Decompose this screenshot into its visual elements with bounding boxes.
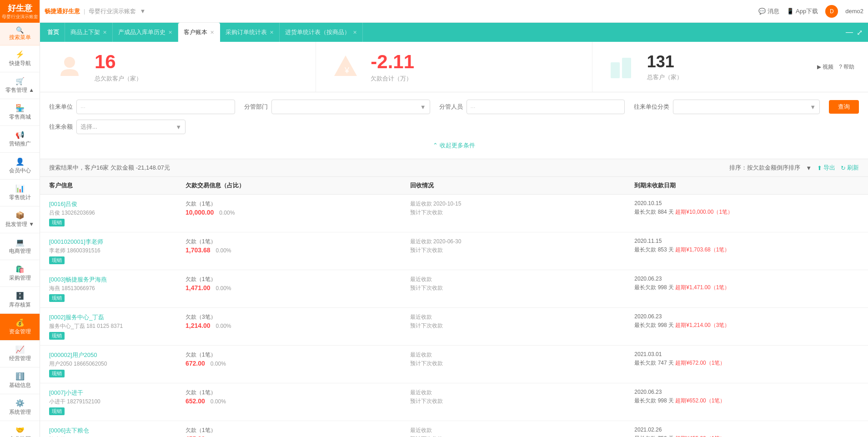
due-date: 2021.03.01 (634, 351, 859, 357)
tab-customer[interactable]: 客户账本 ✕ (178, 23, 220, 42)
sidebar-item-purchase[interactable]: 🛍️ 采购管理 (0, 260, 40, 287)
balance-select[interactable]: 选择... ▼ (76, 120, 186, 134)
overdue-link[interactable]: 超期¥1,471.00（1笔） (675, 284, 730, 291)
customer-name-link[interactable]: [0002]服务中心_丁磊 (49, 313, 186, 321)
enterprise-icon: 🤝 (0, 426, 40, 434)
customer-name-link[interactable]: [0016]吕俊 (49, 200, 186, 208)
table-row: [0001020001]李老师 李老师 18600391516 现销 欠款（1笔… (40, 232, 868, 270)
tab-stock-close[interactable]: ✕ (353, 30, 357, 35)
sidebar-item-retail-manage[interactable]: 🛒 零售管理 ▲ (0, 72, 40, 99)
avatar[interactable]: D (825, 5, 838, 18)
chevron-down-icon2: ▼ (810, 104, 816, 111)
chevron-down-icon: ▼ (420, 104, 426, 111)
overdue-info: 最长欠款 998 天 超期¥1,214.00（3笔） (634, 321, 859, 329)
tab-production-close[interactable]: ✕ (168, 30, 172, 35)
customer-name-link[interactable]: [0006]去下粮仓 (49, 427, 186, 435)
sidebar-item-quick-nav[interactable]: ⚡ 快捷导航 (0, 45, 40, 72)
overdue-days: 最长欠款 998 天 (634, 397, 675, 404)
overdue-days: 最长欠款 884 天 (634, 209, 675, 215)
sidebar-item-retail-stats[interactable]: 📊 零售统计 (0, 180, 40, 206)
batch-manage-icon: 📦 (0, 211, 40, 220)
sidebar-item-ecommerce[interactable]: 💻 电商管理 (0, 233, 40, 260)
search-button[interactable]: 查询 (829, 100, 859, 114)
view-video-btn[interactable]: ▶ 视频 (817, 63, 833, 71)
category-select[interactable]: ▼ (673, 100, 820, 114)
sidebar-item-enterprise[interactable]: 🤝 企业协同 (0, 421, 40, 437)
stats-row: 16 总欠款客户（家） ¥ -2.11 欠款合计（万） (40, 42, 868, 92)
tab-goods-close[interactable]: ✕ (103, 30, 107, 35)
sidebar-item-system[interactable]: ⚙️ 系统管理 (0, 394, 40, 421)
tab-purchase[interactable]: 采购订单统计表 ✕ (220, 23, 280, 42)
customer-unit-input[interactable]: ··· (76, 100, 235, 114)
sort-chevron-icon[interactable]: ▼ (806, 165, 812, 171)
debt-amount: 10,000.00 (186, 209, 214, 216)
debt-percent: 0.00% (211, 361, 226, 367)
debt-percent: 0.00% (216, 285, 231, 291)
debt-info: 欠款（1笔） 672.00 0.00% (186, 351, 410, 367)
customer-tag: 现销 (49, 407, 65, 415)
filter-department: 分管部门 ▼ (244, 100, 430, 114)
tab-production[interactable]: 产成品入库单历史 ✕ (113, 23, 178, 42)
sidebar-item-retail-mall[interactable]: 🏪 零售商城 (0, 99, 40, 126)
overdue-link[interactable]: 超期¥455.90（1笔） (675, 435, 725, 437)
search-menu[interactable]: 🔍 搜索菜单 (0, 23, 40, 45)
filter-row-1: 往来单位 ··· 分管部门 ▼ 分管人员 (49, 100, 859, 114)
app-title: 畅捷通好生意 (45, 7, 80, 15)
overdue-info: 最长欠款 998 天 超期¥652.00（1笔） (634, 397, 859, 405)
overdue-link[interactable]: 超期¥652.00（1笔） (675, 397, 725, 404)
tab-customer-close[interactable]: ✕ (210, 30, 214, 35)
customer-info: [0006]去下粮仓 陈小弟 现销 (49, 427, 186, 437)
quick-nav-icon: ⚡ (0, 50, 40, 59)
export-btn[interactable]: ⬆ 导出 (817, 164, 835, 172)
tab-goods[interactable]: 商品上下架 ✕ (65, 23, 113, 42)
recovery-date: 最近收款 (410, 427, 635, 434)
customer-sub: 用户2050 18665062050 (49, 360, 186, 368)
overdue-info: 最长欠款 750 天 超期¥455.90（1笔） (634, 435, 859, 437)
customer-name-link[interactable]: [0001020001]李老师 (49, 238, 186, 246)
balance-chevron-icon: ▼ (176, 124, 181, 131)
customer-name-link[interactable]: [000002]用户2050 (49, 351, 186, 359)
content-area: 16 总欠款客户（家） ¥ -2.11 欠款合计（万） (40, 42, 868, 437)
sidebar-item-finance[interactable]: 💰 资金管理 (0, 314, 40, 341)
recovery-date: 最近收款 (410, 313, 635, 321)
recovery-info: 最近收款 预计下次收款 (410, 427, 635, 437)
help-btn[interactable]: ? 帮助 (839, 63, 854, 71)
recovery-date: 最近收款 2020-06-30 (410, 238, 635, 246)
refresh-btn[interactable]: ↻ 刷新 (841, 164, 859, 172)
department-select[interactable]: ▼ (271, 100, 430, 114)
tab-stock-label: 进货单统计表（按商品） (285, 28, 350, 36)
sidebar-item-operations[interactable]: 📈 经营管理 (0, 341, 40, 367)
overdue-link[interactable]: 超期¥10,000.00（1笔） (675, 209, 733, 215)
tab-purchase-close[interactable]: ✕ (270, 30, 274, 35)
tab-stock[interactable]: 进货单统计表（按商品） ✕ (280, 23, 363, 42)
recovery-next: 预计下次收款 (410, 435, 635, 437)
svg-text:¥: ¥ (344, 66, 350, 75)
tabs-bar: 首页 商品上下架 ✕ 产成品入库单历史 ✕ 客户账本 ✕ 采购订单统计表 ✕ 进… (40, 23, 868, 42)
customer-name-link[interactable]: [0007]小进干 (49, 389, 186, 397)
overdue-days: 最长欠款 747 天 (634, 360, 675, 366)
overdue-link[interactable]: 超期¥1,703.68（1笔） (675, 246, 730, 253)
maximize-btn[interactable]: ⤢ (857, 28, 863, 37)
overdue-link[interactable]: 超期¥1,214.00（3笔） (675, 322, 730, 328)
minimize-btn[interactable]: — (846, 28, 853, 36)
expand-icon[interactable]: ▼ (140, 8, 146, 15)
app-download-btn[interactable]: 📱 App下载 (787, 7, 818, 15)
person-input[interactable]: ··· (467, 100, 625, 114)
message-btn[interactable]: 💬 消息 (758, 7, 779, 15)
recovery-info: 最近收款 2020-10-15 预计下次收款 (410, 200, 635, 216)
sidebar-item-inventory[interactable]: 🗄️ 库存核算 (0, 287, 40, 314)
tab-home[interactable]: 首页 (42, 23, 65, 42)
due-date: 2020.10.15 (634, 200, 859, 206)
collapse-filters-row[interactable]: ⌃ 收起更多条件 (49, 140, 859, 151)
customer-name-link[interactable]: [0003]畅捷服务尹海燕 (49, 276, 186, 284)
recovery-next: 预计下次收款 (410, 246, 635, 254)
app-logo: 好生意 母婴行业演示账套 (0, 0, 40, 23)
sidebar-item-batch-manage[interactable]: 📦 批发管理 ▼ (0, 206, 40, 233)
overdue-link[interactable]: 超期¥672.00（1笔） (675, 360, 725, 366)
sidebar-item-basic-info[interactable]: ℹ️ 基础信息 (0, 367, 40, 394)
debt-customers-number: 16 (95, 51, 142, 73)
sidebar-item-members[interactable]: 👤 会员中心 (0, 153, 40, 180)
col-due-date: 到期未收款日期 (634, 181, 859, 190)
sidebar-item-marketing[interactable]: 📢 营销推广 (0, 126, 40, 153)
recovery-next: 预计下次收款 (410, 397, 635, 405)
